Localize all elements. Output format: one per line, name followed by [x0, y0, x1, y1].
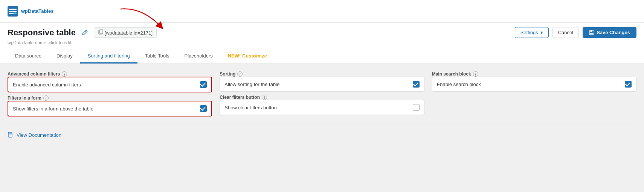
clear-filters-option-label: Show clear filters button [224, 105, 277, 110]
clear-filters-row: Show clear filters button [220, 100, 424, 115]
document-icon [8, 132, 14, 138]
svg-rect-10 [590, 33, 594, 35]
clear-filters-checkbox[interactable] [413, 104, 420, 111]
view-documentation-link[interactable]: View Documentation [8, 130, 636, 139]
doc-link-label: View Documentation [17, 132, 61, 138]
content-divider [8, 124, 636, 124]
clear-filters-info-icon[interactable]: i [262, 95, 267, 100]
svg-rect-6 [99, 30, 103, 33]
option-section-advanced-filters: Advanced column filters i Enable advance… [8, 71, 212, 92]
svg-rect-3 [9, 13, 14, 14]
settings-button[interactable]: Settings ▾ [515, 27, 549, 38]
edit-title-button[interactable] [80, 28, 89, 37]
advanced-filters-checkbox[interactable] [200, 81, 207, 88]
filters-form-label: Filters in a form i [8, 95, 212, 101]
filters-form-checkbox[interactable] [200, 105, 207, 112]
checkbox-checked-icon-3 [413, 81, 420, 88]
title-subtitle: wpDataTable name, click to edit [8, 40, 636, 45]
sorting-label: Sorting i [220, 71, 424, 77]
advanced-filters-label: Advanced column filters i [8, 71, 212, 77]
filters-form-row: Show filters in a form above the table [8, 101, 212, 116]
option-section-search-block: Main search block i Enable search block [432, 71, 636, 92]
shortcode-text: [wpdatatable id=2171] [105, 30, 153, 36]
tab-table-tools[interactable]: Table Tools [137, 49, 177, 63]
save-button[interactable]: Save Changes [583, 27, 636, 38]
option-section-filters-form: Filters in a form i Show filters in a fo… [8, 95, 212, 116]
checkbox-unchecked-icon [413, 104, 420, 111]
pencil-icon [82, 30, 88, 36]
app-wrapper: wpDataTables Responsive table [w [0, 0, 644, 192]
sorting-option-label: Allow sorting for the table [224, 82, 279, 87]
cancel-button[interactable]: Cancel [552, 27, 579, 38]
svg-rect-2 [9, 11, 17, 12]
option-section-clear-filters: Clear filters button i Show clear filter… [220, 95, 424, 115]
tab-data-source[interactable]: Data source [8, 49, 49, 63]
title-row: Responsive table [wpdatatable id=2171] [8, 27, 636, 38]
option-group-col3: Main search block i Enable search block [432, 71, 636, 116]
option-section-sorting: Sorting i Allow sorting for the table [220, 71, 424, 92]
checkbox-checked-icon-4 [625, 81, 632, 88]
tab-placeholders[interactable]: Placeholders [177, 49, 220, 63]
logo-area: wpDataTables [8, 6, 53, 17]
tab-sorting-filtering[interactable]: Sorting and filtering [80, 49, 137, 63]
save-icon [589, 30, 594, 35]
advanced-filters-option-label: Enable advanced column filters [13, 82, 81, 88]
option-group-col2: Sorting i Allow sorting for the table Cl… [220, 71, 424, 116]
shortcode-badge: [wpdatatable id=2171] [94, 27, 157, 38]
filters-form-option-label: Show filters in a form above the table [13, 106, 93, 112]
advanced-filters-row: Enable advanced column filters [8, 77, 212, 92]
svg-rect-9 [591, 30, 592, 32]
sorting-row: Allow sorting for the table [220, 77, 424, 92]
chevron-down-icon: ▾ [540, 30, 543, 35]
top-bar: wpDataTables [0, 0, 644, 23]
header-section: Responsive table [wpdatatable id=2171] [0, 23, 644, 64]
filters-form-info-icon[interactable]: i [43, 95, 49, 101]
options-grid: Advanced column filters i Enable advance… [8, 71, 636, 116]
sorting-checkbox[interactable] [413, 81, 420, 88]
checkbox-checked-icon-2 [200, 105, 207, 112]
search-block-option-label: Enable search block [437, 82, 481, 87]
tab-customize[interactable]: NEW! Customize [220, 49, 275, 63]
option-group-col1: Advanced column filters i Enable advance… [8, 71, 212, 116]
header-actions: Settings ▾ Cancel Save Changes [515, 27, 636, 38]
settings-label: Settings [520, 30, 538, 35]
svg-rect-1 [9, 9, 17, 10]
main-content: Advanced column filters i Enable advance… [0, 64, 644, 147]
search-block-label: Main search block i [432, 71, 636, 77]
logo-text: wpDataTables [21, 8, 53, 14]
checkbox-checked-icon [200, 81, 207, 88]
tab-display[interactable]: Display [49, 49, 80, 63]
search-block-info-icon[interactable]: i [473, 71, 478, 77]
search-block-checkbox[interactable] [625, 81, 632, 88]
save-label: Save Changes [597, 30, 630, 35]
search-block-row: Enable search block [432, 77, 636, 92]
clear-filters-label: Clear filters button i [220, 95, 424, 100]
page-title: Responsive table [8, 28, 76, 38]
copy-icon [98, 29, 103, 35]
title-left: Responsive table [wpdatatable id=2171] [8, 27, 157, 38]
advanced-filters-info-icon[interactable]: i [62, 71, 67, 77]
logo-icon [8, 6, 18, 17]
sorting-info-icon[interactable]: i [237, 71, 243, 77]
tabs-row: Data source Display Sorting and filterin… [8, 49, 636, 63]
